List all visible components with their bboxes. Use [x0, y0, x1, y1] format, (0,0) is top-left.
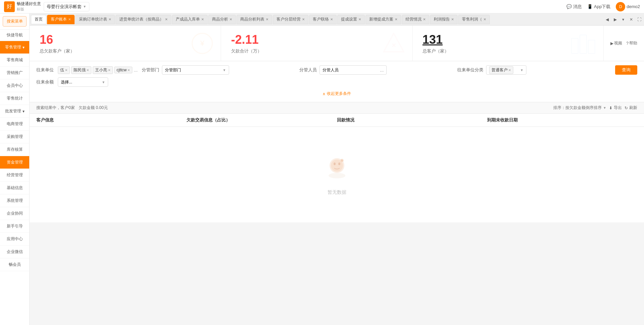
person-select[interactable]: 分管人员 ...: [319, 65, 387, 75]
svg-point-11: [338, 162, 340, 165]
tab-home-label: 首页: [35, 16, 43, 22]
unit-filter-more[interactable]: ...: [134, 67, 138, 73]
stat-label-amount: 欠款合计（万）: [231, 48, 262, 54]
tab-promo-settings[interactable]: 提成设置 ✕: [337, 15, 365, 24]
balance-select[interactable]: 选择... ▼: [58, 77, 108, 87]
sidebar-item-app-center[interactable]: 应用中心: [0, 233, 29, 246]
sidebar-item-new-guide[interactable]: 新手引导: [0, 220, 29, 233]
store-selector[interactable]: 母婴行业演示帐套 ▼: [44, 2, 89, 11]
tab-product-analysis[interactable]: 商品分析 ✕: [208, 15, 236, 24]
tab-new-promo[interactable]: 新增提成方案 ✕: [366, 15, 401, 24]
sidebar-item-member-center[interactable]: 会员中心: [0, 79, 29, 92]
tab-purchase-stats[interactable]: 采购订单统计表 ✕: [75, 15, 115, 24]
empty-text: 暂无数据: [328, 189, 346, 195]
tab-close-icon[interactable]: ✕: [330, 17, 333, 21]
tab-inventory-stats[interactable]: 进货单统计表（按商品） ✕: [116, 15, 171, 24]
stat-value-total: 131: [423, 32, 443, 47]
tab-customer-contact[interactable]: 客户联络 ✕: [309, 15, 337, 24]
tab-maximize-button[interactable]: ⛶: [636, 16, 643, 23]
tab-product-analysis-label: 商品分析: [212, 16, 228, 22]
tab-close-icon[interactable]: ✕: [165, 17, 168, 21]
data-table: 客户信息 欠款交易信息（占比） 回款情况 到期未收款日期: [30, 114, 644, 222]
tab-menu-button[interactable]: ▾: [620, 16, 627, 23]
messages-button[interactable]: 💬 消息: [566, 4, 582, 10]
tab-close-all-button[interactable]: ✕: [628, 16, 635, 23]
tab-customer-contact-label: 客户联络: [313, 16, 329, 22]
sidebar-item-ecommerce[interactable]: 电商管理: [0, 118, 29, 131]
main-layout: 搜索菜单 快捷导航 零售管理 ▾ 零售商城 营销推广 会员中心 零售统计 批发管…: [0, 13, 644, 325]
tab-product-stock[interactable]: 产成品入库单 ✕: [172, 15, 208, 24]
tab-inventory-label: 进货单统计表（按商品）: [119, 16, 164, 22]
collapse-button[interactable]: ∧ 收起更多条件: [36, 89, 637, 98]
tag-cjttcw-close[interactable]: ✕: [127, 68, 130, 72]
sidebar-item-vip-member[interactable]: 畅会员: [0, 258, 29, 271]
tag-chen-close[interactable]: ✕: [86, 68, 89, 72]
sidebar-item-retail-shop[interactable]: 零售商城: [0, 54, 29, 67]
page-help-actions: ▶ 视频 ? 帮助: [604, 26, 644, 61]
sort-selector[interactable]: 排序：按欠款金额倒序排序 ▼: [553, 105, 606, 111]
tab-close-icon[interactable]: ✕: [395, 17, 397, 21]
category-tag-close[interactable]: ✕: [508, 68, 511, 72]
tab-close-icon[interactable]: ✕: [266, 17, 268, 21]
tab-close-icon[interactable]: ✕: [68, 17, 71, 21]
stat-value-amount: -2.11: [231, 32, 259, 47]
tab-close-icon[interactable]: ✕: [451, 17, 454, 21]
export-button[interactable]: ⬇ 导出: [609, 105, 622, 111]
user-menu[interactable]: D demo2: [616, 2, 640, 11]
sidebar-item-inventory[interactable]: 库存核算: [0, 143, 29, 156]
person-filter-more[interactable]: ...: [380, 67, 384, 73]
wholesale-label: 批发管理 ▾: [3, 108, 27, 114]
tab-scroll-left[interactable]: ◀: [604, 16, 610, 23]
sidebar-item-purchase-mgmt[interactable]: 采购管理: [0, 131, 29, 143]
quick-nav-button[interactable]: 快捷导航: [0, 30, 29, 41]
sidebar-item-marketing[interactable]: 营销推广: [0, 67, 29, 79]
sidebar-item-operations[interactable]: 经营管理: [0, 169, 29, 182]
tag-wu-label: 伍: [60, 67, 64, 73]
tab-close-icon[interactable]: ✕: [302, 17, 305, 21]
tab-close-icon[interactable]: ✕: [358, 17, 361, 21]
app-download-button[interactable]: 📱 App下载: [587, 4, 610, 10]
download-icon: 📱: [587, 4, 593, 9]
sidebar-item-finance-mgmt[interactable]: 资金管理: [0, 156, 29, 169]
message-icon: 💬: [566, 4, 572, 9]
tab-customer-accounts[interactable]: 客户账本 ✕: [47, 15, 75, 24]
messages-label: 消息: [573, 4, 582, 10]
unit-filter-tags: 伍 ✕ 陈民强 ✕ 王小亮 ✕ cjttcw ✕: [58, 66, 138, 74]
tab-close-icon[interactable]: ✕: [423, 17, 426, 21]
tag-wu-close[interactable]: ✕: [65, 68, 68, 72]
sidebar-item-retail-stats[interactable]: 零售统计: [0, 92, 29, 105]
help-button[interactable]: ? 帮助: [626, 40, 637, 46]
tab-close-icon[interactable]: ✕: [109, 17, 111, 21]
svg-rect-5: [580, 35, 587, 53]
category-select[interactable]: 普通客户 ✕ ▼: [486, 65, 526, 75]
video-button[interactable]: ▶ 视频: [610, 40, 622, 46]
sidebar-item-system-mgmt[interactable]: 系统管理: [0, 194, 29, 207]
sidebar-item-retail-mgmt[interactable]: 零售管理 ▾: [0, 41, 29, 54]
tab-retail-profit[interactable]: 零售利润（ ✕: [458, 15, 490, 24]
tab-product-analysis-list[interactable]: 商品分析列表 ✕: [237, 15, 272, 24]
tab-operation-status[interactable]: 经营情况 ✕: [402, 15, 429, 24]
tab-close-icon[interactable]: ✕: [201, 17, 204, 21]
tab-operation-status-label: 经营情况: [405, 16, 422, 22]
tab-home[interactable]: 首页: [31, 15, 46, 24]
sidebar-item-enterprise-collab[interactable]: 企业协同: [0, 207, 29, 220]
refresh-button[interactable]: ↻ 刷新: [625, 105, 637, 111]
sidebar-search-area: 搜索菜单: [0, 13, 29, 30]
tab-scroll-right[interactable]: ▶: [612, 16, 618, 23]
chevron-down-icon: ▼: [83, 5, 86, 8]
tab-close-icon[interactable]: ✕: [229, 17, 232, 21]
dept-select[interactable]: 分管部门 ▼: [162, 65, 229, 75]
results-bar-right: 排序：按欠款金额倒序排序 ▼ ⬇ 导出 ↻ 刷新: [553, 105, 637, 111]
dept-placeholder: 分管部门: [165, 67, 181, 73]
tab-customer-tier[interactable]: 客户分层经营 ✕: [273, 15, 308, 24]
tab-new-promo-label: 新增提成方案: [369, 16, 393, 22]
app-download-label: App下载: [594, 4, 610, 10]
search-menu-button[interactable]: 搜索菜单: [3, 16, 27, 27]
sidebar-item-basic-info[interactable]: 基础信息: [0, 182, 29, 194]
sidebar-item-wholesale-mgmt[interactable]: 批发管理 ▾: [0, 105, 29, 118]
sidebar-item-enterprise-wechat[interactable]: 企业微信: [0, 246, 29, 258]
query-button[interactable]: 查询: [615, 65, 637, 75]
tab-profit-report[interactable]: 利润报告 ✕: [430, 15, 458, 24]
tab-close-icon[interactable]: ✕: [483, 17, 486, 21]
tag-wang-close[interactable]: ✕: [108, 68, 111, 72]
